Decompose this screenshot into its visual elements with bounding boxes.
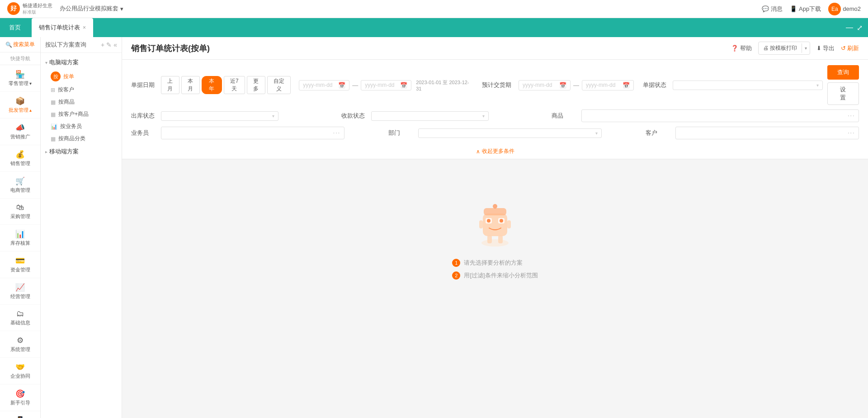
export-label: 导出 xyxy=(823,44,835,52)
date-btn-this-year[interactable]: 本年 xyxy=(202,76,222,94)
scheme-by-customer[interactable]: ⊞ 按客户 xyxy=(41,84,122,96)
workspace-name: 办公用品行业模拟账套 xyxy=(60,5,118,13)
avatar-text: Ea xyxy=(831,6,838,12)
hint-num-2: 2 xyxy=(452,271,460,280)
status-select[interactable]: ▾ xyxy=(673,81,823,90)
scheme-by-product[interactable]: ▦ 按商品 xyxy=(41,96,122,108)
query-action-buttons: 查询 设置 xyxy=(827,65,859,105)
expected-range-separator: — xyxy=(573,82,579,89)
export-button[interactable]: ⬇ 导出 xyxy=(816,44,835,52)
date-label: 单据日期 xyxy=(131,81,156,89)
empty-state: 1 请先选择要分析的方案 2 用[过滤]条件来缩小分析范围 xyxy=(452,200,538,280)
scheme-by-category[interactable]: ▦ 按商品分类 xyxy=(41,133,122,145)
retail-icon: 🏪 xyxy=(15,70,25,79)
sidebar-item-apps[interactable]: 📱 应用中心 xyxy=(0,411,40,418)
collapse-bar[interactable]: ∧ 收起更多条件 xyxy=(131,144,859,159)
refresh-icon: ↺ xyxy=(841,45,846,52)
by-cust-prod-label: 按客户+商品 xyxy=(58,110,89,118)
message-button[interactable]: 💬 消息 xyxy=(762,5,783,13)
quick-nav-button[interactable]: 快捷导航 xyxy=(0,52,40,65)
user-area[interactable]: Ea demo2 xyxy=(828,3,861,15)
sidebar-item-retail[interactable]: 🏪 零售管理 ▾ xyxy=(0,65,40,92)
by-order-label: 按单 xyxy=(63,73,74,81)
app-download-button[interactable]: 📱 App下载 xyxy=(790,5,821,13)
query-button[interactable]: 查询 xyxy=(827,65,859,80)
scheme-by-order[interactable]: 按 按单 xyxy=(41,69,122,84)
main-layout: 🔍 搜索菜单 快捷导航 🏪 零售管理 ▾ 📦 批发管理 ▴ 📣 营销推广 💰 xyxy=(0,37,868,418)
sidebar-item-operation[interactable]: 📈 经营管理 xyxy=(0,278,40,305)
retail-arrow-icon: ▾ xyxy=(29,81,32,86)
customer-select[interactable]: ··· xyxy=(675,127,859,139)
pc-scheme-group[interactable]: ▾ 电脑端方案 xyxy=(41,56,122,69)
print-main-button[interactable]: 🖨 按模板打印 xyxy=(759,42,802,54)
date-range-inputs: yyyy-mm-dd 📅 — yyyy-mm-dd 📅 2023-01-01 至… xyxy=(299,79,473,91)
user-avatar: Ea xyxy=(828,3,841,15)
settings-button[interactable]: 设置 xyxy=(827,82,859,105)
tab-maximize-icon[interactable]: ⤢ xyxy=(857,24,863,32)
date-btn-last-month[interactable]: 上月 xyxy=(161,76,179,94)
date-btn-more[interactable]: 更多 xyxy=(247,76,265,94)
collapse-sidebar-button[interactable]: « xyxy=(113,41,117,48)
scheme-by-cust-prod[interactable]: ▦ 按客户+商品 xyxy=(41,108,122,120)
payment-status-select[interactable]: ▾ xyxy=(371,111,489,121)
collapse-label: 收起更多条件 xyxy=(482,147,514,155)
expected-date-from-input[interactable]: yyyy-mm-dd 📅 xyxy=(519,80,571,90)
add-scheme-button[interactable]: + xyxy=(101,41,104,48)
inner-sidebar-title: 按以下方案查询 xyxy=(45,41,86,49)
wholesale-icon: 📦 xyxy=(15,96,25,106)
inner-sidebar-actions: + ✎ « xyxy=(101,41,117,48)
mobile-scheme-label: 移动端方案 xyxy=(49,147,79,156)
product-more-icon[interactable]: ··· xyxy=(848,112,855,120)
delivery-dropdown-icon: ▾ xyxy=(272,114,274,119)
mobile-scheme-group[interactable]: ▸ 移动端方案 xyxy=(41,145,122,158)
customer-more-icon[interactable]: ··· xyxy=(848,129,855,137)
svg-point-4 xyxy=(487,219,491,223)
tab-active[interactable]: 销售订单统计表 × xyxy=(32,18,93,37)
salesperson-select[interactable]: ··· xyxy=(161,127,344,139)
sidebar-item-newbie[interactable]: 🎯 新手引导 xyxy=(0,385,40,411)
sidebar-item-basic[interactable]: 🗂 基础信息 xyxy=(0,305,40,331)
product-select[interactable]: ··· xyxy=(581,109,859,122)
refresh-label: 刷新 xyxy=(847,44,859,52)
department-select[interactable]: ▾ xyxy=(418,128,602,138)
date-from-input[interactable]: yyyy-mm-dd 📅 xyxy=(299,80,349,90)
date-to-input[interactable]: yyyy-mm-dd 📅 xyxy=(361,80,411,90)
workspace-selector[interactable]: 办公用品行业模拟账套 ▾ xyxy=(56,5,127,13)
delivery-status-select[interactable]: ▾ xyxy=(161,111,278,121)
salesperson-more-icon[interactable]: ··· xyxy=(333,129,340,137)
product-label: 商品 xyxy=(552,112,577,120)
sidebar-item-enterprise[interactable]: 🤝 企业协同 xyxy=(0,358,40,385)
workspace-arrow-icon: ▾ xyxy=(120,5,123,12)
tab-minimize-icon[interactable]: — xyxy=(846,24,853,32)
sidebar-item-system[interactable]: ⚙ 系统管理 xyxy=(0,331,40,358)
retail-label: 零售管理 xyxy=(9,80,28,87)
date-btn-this-month[interactable]: 本月 xyxy=(181,76,200,94)
inventory-label: 库存核算 xyxy=(10,240,30,247)
scheme-by-salesperson[interactable]: 📊 按业务员 xyxy=(41,120,122,133)
refresh-button[interactable]: ↺ 刷新 xyxy=(841,44,859,52)
sidebar-item-purchase[interactable]: 🛍 采购管理 xyxy=(0,199,40,225)
hint-row-1: 1 请先选择要分析的方案 xyxy=(452,259,538,267)
edit-scheme-button[interactable]: ✎ xyxy=(106,41,112,48)
sidebar-item-ecommerce[interactable]: 🛒 电商管理 xyxy=(0,172,40,199)
app-download-label: App下载 xyxy=(799,5,821,13)
date-btn-7days[interactable]: 近7天 xyxy=(224,76,245,94)
sidebar-item-inventory[interactable]: 📊 库存核算 xyxy=(0,225,40,252)
apps-icon: 📱 xyxy=(15,416,25,418)
help-button[interactable]: ❓ 帮助 xyxy=(731,44,752,52)
tab-close-icon[interactable]: × xyxy=(83,24,86,31)
tab-home[interactable]: 首页 xyxy=(0,18,30,37)
expected-date-to-input[interactable]: yyyy-mm-dd 📅 xyxy=(582,80,634,90)
search-menu-button[interactable]: 🔍 搜索菜单 xyxy=(0,37,40,52)
sidebar-item-wholesale[interactable]: 📦 批发管理 ▴ xyxy=(0,92,40,119)
salesperson-label: 业务员 xyxy=(131,129,156,137)
print-dropdown-button[interactable]: ▾ xyxy=(802,43,810,53)
date-btn-custom[interactable]: 自定义 xyxy=(267,76,291,94)
sidebar-item-finance[interactable]: 💳 资金管理 xyxy=(0,252,40,278)
sidebar-item-marketing[interactable]: 📣 营销推广 xyxy=(0,119,40,145)
svg-point-5 xyxy=(500,219,503,223)
enterprise-label: 企业协同 xyxy=(10,373,30,380)
sidebar-item-sales[interactable]: 💰 销售管理 xyxy=(0,145,40,172)
sidebar-nav: 🔍 搜索菜单 快捷导航 🏪 零售管理 ▾ 📦 批发管理 ▴ 📣 营销推广 💰 xyxy=(0,37,41,418)
mobile-group-expand-icon: ▸ xyxy=(45,149,47,154)
